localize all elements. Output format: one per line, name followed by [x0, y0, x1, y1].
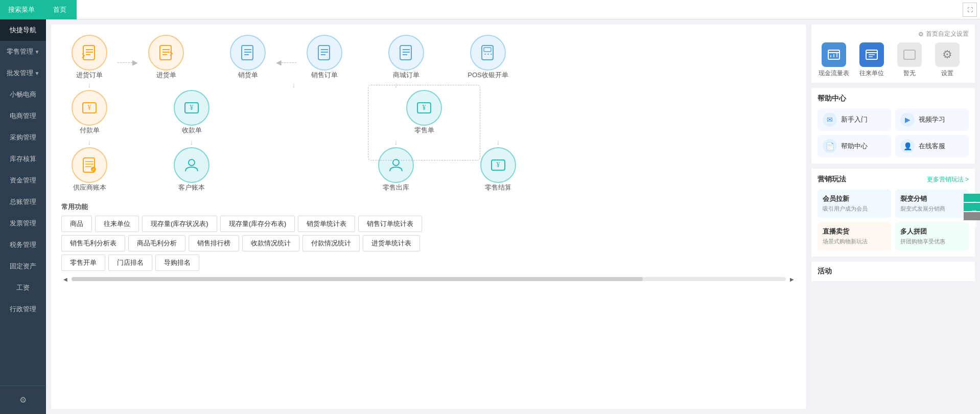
- float-btn-community[interactable]: 服务社区: [964, 203, 980, 211]
- wf-circle-supplier[interactable]: ✓: [72, 147, 107, 183]
- svg-text:¥: ¥: [190, 104, 194, 111]
- wf-node-shoporder: 商城订单: [378, 35, 434, 80]
- sidebar-gear-button[interactable]: ⚙: [0, 391, 46, 409]
- mkt-fission-title: 裂变分销: [900, 194, 964, 203]
- sidebar-item-label: 固定资产: [10, 262, 36, 271]
- sidebar-item-inventory[interactable]: 库存核算: [0, 148, 46, 170]
- marketing-title: 营销玩法: [818, 175, 846, 184]
- sidebar-item-tax[interactable]: 税务管理: [0, 234, 46, 256]
- sidebar: 快捷导航 零售管理 ▼ 批发管理 ▼ 小畅电商 电商管理 采购管理 库存核算 资…: [0, 19, 46, 414]
- sidebar-item-assets[interactable]: 固定资产: [0, 256, 46, 277]
- wf-circle-purchasebill[interactable]: [148, 35, 184, 71]
- wf-circle-pos[interactable]: [470, 35, 506, 71]
- func-btn-guide-rank[interactable]: 导购排名: [155, 255, 199, 271]
- marketing-more-link[interactable]: 更多营销玩法 >: [927, 175, 969, 184]
- wf-node-retail-area: ¥ 零售单: [368, 90, 480, 135]
- func-btn-product[interactable]: 商品: [61, 216, 92, 232]
- func-btn-receipt-stat[interactable]: 收款情况统计: [242, 235, 299, 251]
- quick-nav-settings-label: 首页自定义设置: [926, 30, 969, 38]
- arrow-down-purchaseorder: ↓: [61, 81, 118, 89]
- wf-circle-customer[interactable]: [174, 147, 209, 183]
- sidebar-item-invoice[interactable]: 发票管理: [0, 213, 46, 234]
- wf-circle-purchaseorder[interactable]: [72, 35, 107, 71]
- func-btn-salesorder-stat[interactable]: 销售订单统计表: [358, 216, 422, 232]
- mkt-item-group[interactable]: 多人拼团 拼团购物享受优惠: [895, 222, 969, 250]
- arrow-down-payment: ↓: [61, 138, 118, 146]
- main-layout: 快捷导航 零售管理 ▼ 批发管理 ▼ 小畅电商 电商管理 采购管理 库存核算 资…: [0, 19, 980, 414]
- wf-circle-payment[interactable]: ¥: [72, 90, 107, 126]
- qn-item-counterpart[interactable]: 往来单位: [855, 42, 888, 78]
- svg-point-37: [189, 159, 195, 166]
- qn-item-cashflow[interactable]: 现金流量表: [818, 42, 850, 78]
- sidebar-item-label: 资金管理: [10, 176, 36, 185]
- expand-button[interactable]: ⛶: [963, 3, 977, 17]
- online-icon: 👤: [900, 139, 915, 153]
- sidebar-item-purchase[interactable]: 采购管理: [0, 127, 46, 148]
- sidebar-item-salary[interactable]: 工资: [0, 277, 46, 298]
- sidebar-item-quicknav[interactable]: 快捷导航: [0, 19, 46, 41]
- mkt-item-live[interactable]: 直播卖货 场景式购物新玩法: [818, 222, 891, 250]
- float-btn-desktop[interactable]: 桌面快捷: [964, 212, 980, 220]
- home-tab[interactable]: 首页: [43, 0, 77, 19]
- search-menu-button[interactable]: 搜索菜单: [0, 0, 43, 19]
- help-item-beginner-label: 新手入门: [841, 115, 868, 124]
- gear-icon: ⚙: [918, 31, 924, 38]
- content-area: 进货订单 ▶ 进货单: [46, 19, 980, 414]
- wf-circle-receipt[interactable]: ¥: [174, 90, 209, 126]
- qn-label-settings: 设置: [941, 69, 953, 78]
- wf-node-payment: ¥ 付款单: [61, 90, 118, 135]
- scroll-track[interactable]: [72, 277, 786, 281]
- wf-circle-retailsettle[interactable]: ¥: [480, 147, 516, 183]
- quick-nav-icons: 现金流量表 往来单位 暂无: [818, 42, 969, 78]
- func-btn-inventory-status[interactable]: 现存量(库存状况表): [142, 216, 217, 232]
- func-btn-counterpart[interactable]: 往来单位: [95, 216, 139, 232]
- qn-item-settings[interactable]: ⚙ 设置: [931, 42, 964, 78]
- scroll-right-btn[interactable]: ▶: [788, 275, 796, 283]
- sidebar-item-wholesale[interactable]: 批发管理 ▼: [0, 62, 46, 84]
- wf-label-salesbill: 销货单: [238, 71, 258, 80]
- help-item-online[interactable]: 👤 在线客服: [895, 135, 969, 157]
- func-btn-sales-rank[interactable]: 销售排行榜: [189, 235, 239, 251]
- func-btn-store-rank[interactable]: 门店排名: [108, 255, 152, 271]
- func-btn-inventory-dist[interactable]: 现存量(库存分布表): [220, 216, 295, 232]
- wf-label-retailsettle: 零售结算: [485, 183, 511, 192]
- sidebar-item-ledger[interactable]: 总账管理: [0, 191, 46, 213]
- func-row2: 销售毛利分析表 商品毛利分析 销售排行榜 收款情况统计 付款情况统计 进货单统计…: [61, 235, 796, 251]
- help-item-helpcenter-label: 帮助中心: [841, 142, 868, 151]
- arrow-icon: ▼: [35, 71, 40, 76]
- marketing-header: 营销玩法 更多营销玩法 >: [818, 175, 969, 184]
- mkt-item-member[interactable]: 会员拉新 吸引用户成为会员: [818, 189, 891, 218]
- mkt-group-title: 多人拼团: [900, 227, 964, 236]
- arrow-down-receipt: ↓: [164, 138, 220, 146]
- wf-circle-shoporder[interactable]: [388, 35, 424, 71]
- sidebar-item-ecom[interactable]: 电商管理: [0, 105, 46, 127]
- wf-label-supplier: 供应商账本: [73, 183, 106, 192]
- wf-node-customer: 客户账本: [164, 147, 220, 192]
- qn-item-empty[interactable]: 暂无: [893, 42, 926, 78]
- help-item-beginner[interactable]: ✉ 新手入门: [818, 108, 891, 131]
- func-btn-salesbill-stat[interactable]: 销货单统计表: [298, 216, 355, 232]
- sidebar-item-finance[interactable]: 资金管理: [0, 170, 46, 191]
- arrow-down-salesorder: ↓: [266, 81, 322, 89]
- sidebar-item-label: 税务管理: [10, 240, 36, 249]
- sidebar-item-retail[interactable]: 零售管理 ▼: [0, 41, 46, 62]
- wf-node-pos: POS收银开单: [460, 35, 516, 80]
- arrow-icon: ▼: [35, 49, 40, 55]
- func-btn-sales-profit[interactable]: 销售毛利分析表: [61, 235, 125, 251]
- help-item-helpcenter[interactable]: 📄 帮助中心: [818, 135, 891, 157]
- scroll-left-btn[interactable]: ◀: [61, 275, 69, 283]
- sidebar-item-label: 零售管理: [7, 47, 33, 56]
- sidebar-item-admin[interactable]: 行政管理: [0, 298, 46, 320]
- func-btn-purchase-stat[interactable]: 进货单统计表: [363, 235, 420, 251]
- mkt-item-fission[interactable]: 裂变分销 裂变式发展分销商: [895, 189, 969, 218]
- wf-node-purchasebill: 进货单: [138, 35, 194, 80]
- func-btn-product-profit[interactable]: 商品毛利分析: [128, 235, 185, 251]
- func-btn-payment-stat[interactable]: 付款情况统计: [302, 235, 360, 251]
- help-item-video[interactable]: ▶ 视频学习: [895, 108, 969, 131]
- quick-nav-settings[interactable]: ⚙ 首页自定义设置: [818, 30, 969, 38]
- wf-circle-salesorder[interactable]: [307, 35, 342, 71]
- sidebar-item-xiaochangec[interactable]: 小畅电商: [0, 84, 46, 105]
- wf-circle-salesbill[interactable]: [230, 35, 266, 71]
- func-btn-retail-order[interactable]: 零售开单: [61, 255, 105, 271]
- float-btn-service[interactable]: 客服热线: [964, 194, 980, 202]
